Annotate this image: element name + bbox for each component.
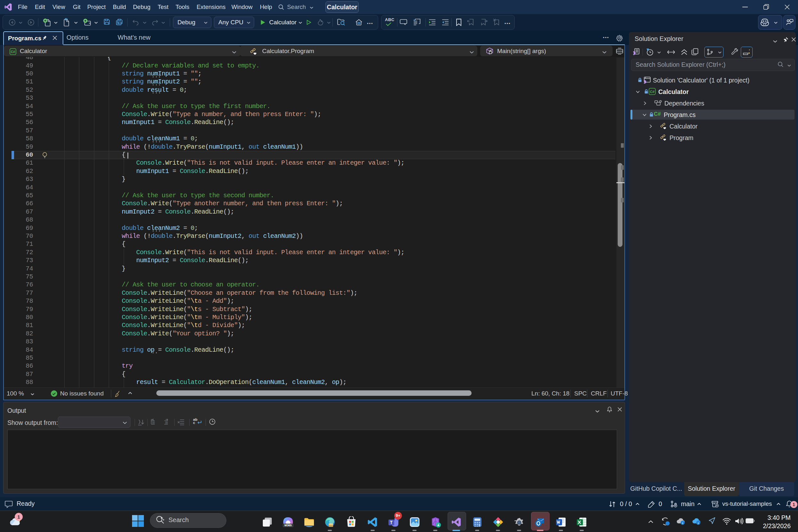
svg-text:C#: C#	[650, 90, 654, 94]
svg-text:C#: C#	[11, 50, 15, 54]
